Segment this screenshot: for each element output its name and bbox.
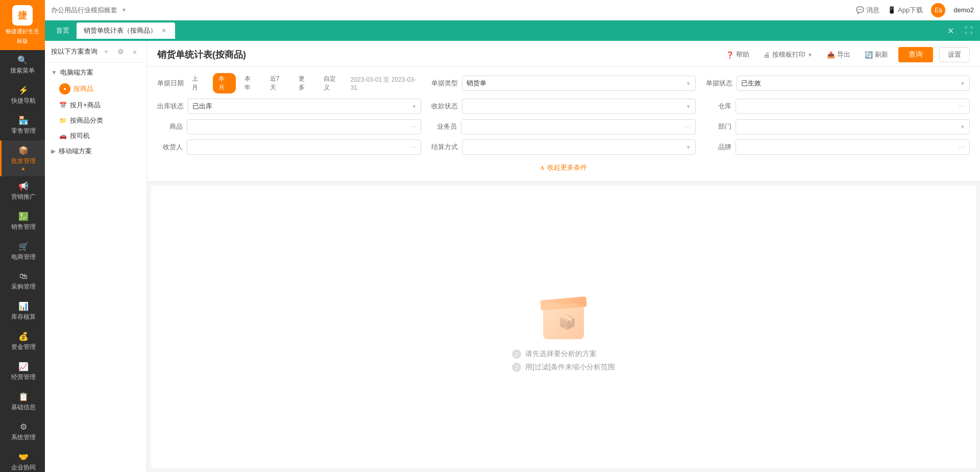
arrow-up-icon: ▲ (21, 166, 26, 171)
sidebar-item-ecommerce[interactable]: 🛒 电商管理 (0, 237, 45, 267)
message-button[interactable]: 💬 消息 (856, 6, 879, 15)
date-btn-this-year[interactable]: 本年 (240, 73, 261, 93)
close-window-button[interactable]: ✕ (943, 23, 958, 38)
settings-button[interactable]: 设置 (939, 47, 970, 62)
sidebar-item-label: 基础信息 (11, 403, 36, 412)
sidebar-item-wholesale[interactable]: 📦 批发管理 ▲ (0, 140, 45, 176)
date-label: 单据日期 (157, 79, 183, 88)
sidebar-item-basic[interactable]: 📋 基础信息 (0, 387, 45, 417)
empty-step-2: 2 用[过滤]条件来缩小分析范围 (512, 363, 615, 372)
tree-section-desktop[interactable]: ▼ 电脑端方案 (45, 65, 146, 80)
sidebar-item-retail[interactable]: 🏪 零售管理 (0, 110, 45, 140)
query-button[interactable]: 查询 (898, 47, 933, 62)
date-btn-custom[interactable]: 自定义 (319, 73, 346, 93)
doc-status-value: 已生效 (741, 79, 761, 88)
tab-home[interactable]: 首页 (49, 22, 77, 39)
date-btn-this-month[interactable]: 本月 (213, 73, 236, 93)
expand-icon: ▼ (51, 69, 57, 76)
sidebar-item-system[interactable]: ⚙ 系统管理 (0, 417, 45, 447)
date-btn-7days[interactable]: 近7天 (265, 73, 290, 93)
receiver-label: 收货人 (157, 143, 183, 152)
export-button[interactable]: 📤 导出 (823, 48, 854, 61)
warehouse-input[interactable]: ··· (736, 99, 970, 114)
doc-status-select[interactable]: 已生效 ▼ (737, 76, 970, 91)
dropdown-arrow-icon: ▼ (686, 104, 691, 109)
retail-icon: 🏪 (18, 115, 29, 125)
sidebar-item-sales[interactable]: 💹 销售管理 (0, 206, 45, 237)
out-status-select[interactable]: 已出库 ▼ (188, 99, 421, 114)
template-print-button[interactable]: 🖨 按模板打印 ▼ (760, 48, 817, 61)
user-name[interactable]: demo2 (953, 6, 974, 14)
salesperson-label: 业务员 (431, 122, 457, 131)
sidebar-item-search[interactable]: 🔍 搜索菜单 (0, 50, 45, 80)
maximize-button[interactable]: ⛶ (962, 23, 976, 38)
help-button[interactable]: ❓ 帮助 (722, 48, 753, 61)
tree-item-by-product[interactable]: ● 按商品 (53, 80, 146, 98)
category-icon: 📁 (59, 117, 67, 124)
tree-item-by-driver[interactable]: 🚗 按司机 (53, 128, 146, 144)
date-btn-more[interactable]: 更多 (294, 73, 315, 93)
industry-label: 办公用品行业模拟账套 (51, 6, 117, 15)
salesperson-input[interactable]: ··· (461, 119, 695, 134)
collapse-panel-button[interactable]: « (129, 46, 140, 57)
sidebar-item-marketing[interactable]: 📢 营销推广 (0, 176, 45, 206)
filter-payment-method: 结算方式 ▼ (431, 139, 695, 155)
filter-receiver: 收货人 ··· (157, 139, 421, 155)
filter-doc-status: 单据状态 已生效 ▼ (706, 76, 970, 91)
tab-home-label: 首页 (56, 26, 69, 35)
sales-icon: 💹 (18, 211, 29, 221)
active-icon: ● (63, 86, 66, 91)
tabbar-right: ✕ ⛶ (943, 23, 976, 38)
app-download-button[interactable]: 📱 App下载 (888, 6, 923, 15)
avatar[interactable]: Ea (931, 3, 945, 17)
refresh-button[interactable]: 🔄 刷新 (861, 48, 892, 61)
expand-icon: ▶ (51, 148, 56, 155)
tree-section-mobile[interactable]: ▶ 移动端方案 (45, 144, 146, 159)
sidebar-item-label: 零售管理 (11, 127, 36, 135)
empty-steps: 1 请先选择要分析的方案 2 用[过滤]条件来缩小分析范围 (512, 349, 615, 376)
tab-report-label: 销货单统计表（按商品） (84, 26, 157, 35)
filter-brand: 品牌 ··· (706, 139, 970, 155)
industry-dropdown-icon[interactable]: ▼ (121, 7, 127, 13)
ellipsis-icon: ··· (410, 143, 416, 152)
refresh-icon: 🔄 (865, 51, 873, 59)
sidebar-item-label: 企业协同 (11, 463, 36, 472)
payment-status-label: 收款状态 (431, 102, 458, 111)
sidebar-item-inventory[interactable]: 📊 库存核算 (0, 296, 45, 326)
dropdown-arrow-icon: ▼ (411, 104, 416, 109)
date-btn-last-month[interactable]: 上月 (187, 73, 209, 93)
doc-type-select[interactable]: 销货单 ▼ (462, 76, 695, 91)
tab-close-icon[interactable]: ✕ (160, 27, 168, 35)
tree-item-by-month-product[interactable]: 📅 按月+商品 (53, 98, 146, 113)
left-panel-title: 按以下方案查询 (51, 47, 97, 56)
step-num-1: 1 (512, 349, 521, 359)
ecommerce-icon: 🛒 (18, 242, 29, 251)
sidebar-item-operation[interactable]: 📈 经营管理 (0, 357, 45, 387)
quick-icon: ⚡ (18, 85, 29, 95)
payment-method-select[interactable]: ▼ (462, 139, 695, 155)
sidebar-item-quick[interactable]: ⚡ 快捷导航 (0, 80, 45, 110)
logo[interactable]: 捷 畅捷通好生意 标版 (0, 0, 45, 50)
doc-type-value: 销货单 (467, 79, 486, 88)
app-download-label: App下载 (898, 6, 923, 15)
brand-input[interactable]: ··· (736, 139, 970, 155)
settings-scheme-button[interactable]: ⚙ (115, 46, 126, 57)
ellipsis-icon: ··· (959, 102, 965, 111)
product-input[interactable]: ··· (187, 119, 421, 134)
payment-status-select[interactable]: ▼ (462, 99, 695, 114)
page-title-bar: 销货单统计表(按商品) ❓ 帮助 🖨 按模板打印 ▼ 📤 (147, 41, 980, 67)
sidebar-item-purchase[interactable]: 🛍 采购管理 (0, 267, 45, 296)
sidebar: 捷 畅捷通好生意 标版 🔍 搜索菜单 ⚡ 快捷导航 🏪 零售管理 📦 批发管理 … (0, 0, 45, 472)
dept-select[interactable]: ▼ (736, 119, 970, 134)
collapse-filters-button[interactable]: ∧ 收起更多条件 (157, 160, 970, 175)
sidebar-item-enterprise[interactable]: 🤝 企业协同 (0, 447, 45, 472)
add-scheme-button[interactable]: ＋ (101, 46, 112, 57)
sidebar-item-label: 营销推广 (11, 193, 36, 201)
filter-row-1: 单据日期 上月 本月 本年 近7天 更多 自定义 2023-03-01 至 20… (157, 73, 970, 93)
tab-report[interactable]: 销货单统计表（按商品） ✕ (77, 22, 175, 39)
sidebar-item-finance[interactable]: 💰 资金管理 (0, 326, 45, 357)
sidebar-item-label: 批发管理 (11, 157, 36, 166)
help-icon: ❓ (726, 51, 734, 59)
tree-item-by-category[interactable]: 📁 按商品分类 (53, 113, 146, 128)
receiver-input[interactable]: ··· (187, 139, 421, 155)
